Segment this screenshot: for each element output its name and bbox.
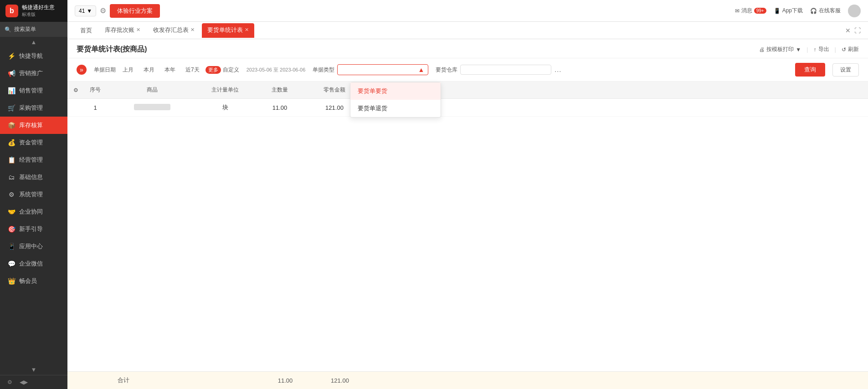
filter-area: » 单据日期 上月 本月 本年 近7天 更多 自定义 2023-05-06 至 … <box>67 58 868 82</box>
sidebar-item-vip[interactable]: 👑 畅会员 <box>0 272 67 290</box>
online-service-action[interactable]: 🎧 在线客服 <box>810 7 841 15</box>
user-avatar[interactable] <box>848 5 861 17</box>
app-version: 标准版 <box>22 11 55 18</box>
app-download-action[interactable]: 📱 App下载 <box>774 7 803 15</box>
chevron-up-icon[interactable]: ▲ <box>418 66 424 73</box>
sidebar-item-quick-nav[interactable]: ⚡ 快捷导航 <box>0 47 67 65</box>
refresh-btn[interactable]: ↺ 刷新 <box>842 46 859 53</box>
tab-inventory-batch-close[interactable]: ✕ <box>136 27 140 33</box>
date-7days-btn[interactable]: 近7天 <box>181 65 204 75</box>
type-dropdown: 要货单要货 要货单退货 <box>350 82 441 118</box>
type-filter-group: 单据类型 ▲ <box>313 64 428 75</box>
tab-home[interactable]: 首页 <box>75 24 98 37</box>
sidebar: b 畅捷通好生意 标准版 🔍 搜索菜单 ▲ ⚡ 快捷导航 📢 营销推广 📊 销售… <box>0 0 67 389</box>
marketing-icon: 📢 <box>7 70 15 77</box>
topbar-left: 41 ▼ ⚙ 体验行业方案 <box>75 4 728 18</box>
table-header-row: ⚙ 序号 商品 主计量单位 主数量 零售金额 <box>67 82 868 99</box>
tab-expand-btn[interactable]: ⛶ <box>854 27 861 34</box>
store-selector[interactable]: 41 ▼ <box>75 5 96 16</box>
page-actions: 🖨 按模板打印 ▼ | ↑ 导出 | ↺ 刷新 <box>759 46 859 53</box>
system-icon: ⚙ <box>7 191 15 198</box>
service-icon: 🎧 <box>810 8 817 14</box>
scroll-down-btn[interactable]: ▼ <box>0 364 67 375</box>
row-quantity: 11.00 <box>252 99 307 117</box>
collapse-icon[interactable]: ◀▶ <box>20 379 28 385</box>
messages-badge: 99+ <box>754 8 766 14</box>
sidebar-item-base-info[interactable]: 🗂 基础信息 <box>0 169 67 186</box>
row-settings <box>67 99 84 117</box>
print-icon: 🖨 <box>759 46 765 53</box>
warehouse-label: 要货仓库 <box>436 66 457 74</box>
filter-expand-btn[interactable]: » <box>77 65 87 75</box>
date-prev-month-btn[interactable]: 上月 <box>118 65 138 75</box>
vip-icon: 👑 <box>7 277 15 285</box>
sidebar-item-sales[interactable]: 📊 销售管理 <box>0 82 67 99</box>
tab-order-stats[interactable]: 要货单统计表 ✕ <box>202 23 254 38</box>
col-settings-header[interactable]: ⚙ <box>67 82 84 99</box>
sidebar-item-app-center[interactable]: 📱 应用中心 <box>0 238 67 255</box>
sidebar-item-inventory[interactable]: 📦 库存核算 <box>0 117 67 134</box>
finance-icon: 💰 <box>7 139 15 146</box>
type-input-wrap[interactable]: ▲ <box>337 64 428 75</box>
quick-nav-icon: ⚡ <box>7 52 15 60</box>
filter-more-dots[interactable]: … <box>554 66 561 74</box>
sidebar-item-marketing[interactable]: 📢 营销推广 <box>0 65 67 82</box>
app-name: 畅捷通好生意 <box>22 4 55 11</box>
date-more-btn[interactable]: 更多 <box>205 66 221 74</box>
date-filter-group: 单据日期 上月 本月 本年 近7天 更多 自定义 <box>94 65 239 75</box>
filter-settings-btn[interactable]: 设置 <box>832 63 859 77</box>
export-icon: ↑ <box>814 46 817 53</box>
refresh-icon: ↺ <box>842 46 846 53</box>
topbar-settings-icon[interactable]: ⚙ <box>100 6 106 15</box>
date-custom-btn[interactable]: 自定义 <box>223 66 239 74</box>
sidebar-item-guide[interactable]: 🎯 新手引导 <box>0 220 67 238</box>
sidebar-item-finance[interactable]: 💰 资金管理 <box>0 134 67 151</box>
date-cur-month-btn[interactable]: 本月 <box>139 65 159 75</box>
sidebar-item-purchase[interactable]: 🛒 采购管理 <box>0 99 67 117</box>
message-icon: ✉ <box>735 8 740 14</box>
messages-action[interactable]: ✉ 消息 99+ <box>735 7 766 15</box>
tab-receipt-summary-close[interactable]: ✕ <box>190 27 195 33</box>
operations-icon: 📋 <box>7 156 15 164</box>
topbar: 41 ▼ ⚙ 体验行业方案 ✉ 消息 99+ 📱 App下载 🎧 在线客服 <box>67 0 868 22</box>
sidebar-item-wechat[interactable]: 💬 企业微信 <box>0 255 67 272</box>
col-qty-header: 主数量 <box>252 82 307 99</box>
page-title: 要货单统计表(按商品) <box>77 45 147 54</box>
type-input[interactable] <box>341 67 418 73</box>
query-button[interactable]: 查询 <box>795 63 825 77</box>
sidebar-item-enterprise[interactable]: 🤝 企业协同 <box>0 203 67 220</box>
col-unit-header: 主计量单位 <box>198 82 252 99</box>
date-cur-year-btn[interactable]: 本年 <box>160 65 180 75</box>
footer-price: 121.00 <box>313 377 367 384</box>
date-shortcuts: 上月 本月 本年 近7天 更多 自定义 <box>118 65 239 75</box>
table-body: 1 块 11.00 121.00 <box>67 99 868 117</box>
table-area: ⚙ 序号 商品 主计量单位 主数量 零售金额 1 <box>67 82 868 371</box>
dropdown-item-order-request[interactable]: 要货单要货 <box>350 82 441 100</box>
sidebar-item-system[interactable]: ⚙ 系统管理 <box>0 186 67 203</box>
col-product-header: 商品 <box>107 82 198 99</box>
data-table: ⚙ 序号 商品 主计量单位 主数量 零售金额 1 <box>67 82 868 117</box>
app-logo: b 畅捷通好生意 标准版 <box>0 0 67 22</box>
sales-icon: 📊 <box>7 87 15 94</box>
tab-inventory-batch[interactable]: 库存批次账 ✕ <box>99 23 146 38</box>
product-placeholder <box>134 104 170 110</box>
trial-button[interactable]: 体验行业方案 <box>110 4 160 18</box>
sidebar-bottom: ⚙ ◀▶ <box>0 375 67 389</box>
warehouse-filter-group: 要货仓库 … <box>436 65 788 75</box>
sidebar-search[interactable]: 🔍 搜索菜单 <box>0 22 67 37</box>
warehouse-input[interactable] <box>460 65 551 75</box>
tab-receipt-summary[interactable]: 收发存汇总表 ✕ <box>148 23 200 38</box>
date-range-text: 2023-05-06 至 2023-06-06 <box>247 66 306 73</box>
tab-close-all-btn[interactable]: ✕ <box>845 27 851 34</box>
footer-quantity: 11.00 <box>258 377 313 384</box>
dropdown-item-order-return[interactable]: 要货单退货 <box>350 100 441 117</box>
topbar-right: ✉ 消息 99+ 📱 App下载 🎧 在线客服 <box>735 5 861 17</box>
settings-bottom-icon[interactable]: ⚙ <box>7 379 12 385</box>
print-template-btn[interactable]: 🖨 按模板打印 ▼ <box>759 46 801 53</box>
type-label: 单据类型 <box>313 66 334 74</box>
sidebar-item-operations[interactable]: 📋 经营管理 <box>0 151 67 169</box>
export-btn[interactable]: ↑ 导出 <box>814 46 829 53</box>
footer-label: 合计 <box>112 376 203 384</box>
tab-order-stats-close[interactable]: ✕ <box>245 27 249 33</box>
scroll-up-btn[interactable]: ▲ <box>0 37 67 47</box>
